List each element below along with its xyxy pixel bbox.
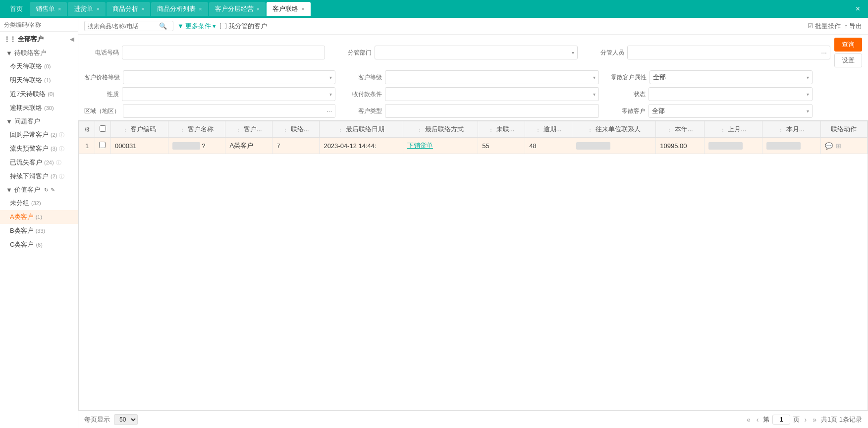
- edit-icon[interactable]: ✎: [51, 187, 55, 193]
- col-uncontact-label: 未联...: [496, 125, 515, 133]
- nav-tab-customer-segment[interactable]: 客户分层经营 ×: [209, 2, 266, 16]
- sidebar-item-a-class[interactable]: A类客户 (1): [0, 210, 78, 224]
- my-customers-checkbox[interactable]: [220, 23, 226, 29]
- main-search-icon[interactable]: 🔍: [159, 22, 167, 30]
- export-icon: ↑: [845, 22, 848, 30]
- repurchase-label: 回购异常客户: [10, 130, 49, 139]
- dept-arrow: ▾: [572, 50, 574, 55]
- col-this-month[interactable]: ⋮ 本月...: [762, 121, 820, 138]
- col-this-year[interactable]: ⋮ 本年...: [656, 121, 704, 138]
- my-customers-checkbox-area: 我分管的客户: [220, 22, 267, 31]
- close-purchase-tab[interactable]: ×: [96, 6, 99, 12]
- data-table: ⚙ ⋮ 客户编码 ⋮ 客户名称: [79, 121, 868, 154]
- close-product-list-tab[interactable]: ×: [199, 6, 202, 12]
- col-last-method[interactable]: ⋮ 最后联络方式: [403, 121, 478, 138]
- col-contact2[interactable]: ⋮ 往来单位联系人: [572, 121, 656, 138]
- retail-attr-arrow: ▾: [807, 75, 809, 80]
- collapse-sidebar-button[interactable]: ◀: [70, 36, 74, 43]
- first-page-button[interactable]: «: [745, 416, 752, 424]
- sidebar-item-today[interactable]: 今天待联络 (0): [0, 59, 78, 73]
- region-select[interactable]: ···: [123, 104, 335, 118]
- query-button[interactable]: 查询: [834, 38, 862, 52]
- col-name[interactable]: ⋮ 客户名称: [168, 121, 225, 138]
- sidebar-item-overdue[interactable]: 逾期未联络 (30): [0, 101, 78, 115]
- close-customer-contact-tab[interactable]: ×: [301, 6, 304, 12]
- sidebar-group-value[interactable]: ▼ 价值客户 ↻ ✎: [0, 183, 78, 196]
- page-label: 第: [763, 415, 769, 424]
- unclassified-label: 未分组: [10, 199, 29, 208]
- prev-page-button[interactable]: ‹: [755, 416, 760, 424]
- payment-select[interactable]: ▾: [385, 87, 598, 101]
- nav-tab-product-analysis[interactable]: 商品分析 ×: [107, 2, 150, 16]
- nav-tab-sales[interactable]: 销售单 ×: [30, 2, 67, 16]
- col-last-date[interactable]: ⋮ 最后联络日期: [320, 121, 403, 138]
- nav-tab-purchase[interactable]: 进货单 ×: [68, 2, 105, 16]
- all-customers-header[interactable]: ⋮⋮ 全部客户 ◀: [0, 32, 78, 47]
- chat-icon[interactable]: 💬: [825, 142, 833, 150]
- filter-region: 区域（地区） ···: [84, 104, 335, 118]
- action-buttons: 查询 设置: [834, 38, 862, 67]
- nav-tab-product-list[interactable]: 商品分析列表 ×: [151, 2, 208, 16]
- last-method-value[interactable]: 下销货单: [407, 142, 433, 149]
- sidebar-item-b-class[interactable]: B类客户 (33): [0, 224, 78, 238]
- qr-icon[interactable]: ⊞: [836, 142, 841, 150]
- close-customer-segment-tab[interactable]: ×: [257, 6, 260, 12]
- sidebar-item-unclassified[interactable]: 未分组 (32): [0, 196, 78, 210]
- row-checkbox[interactable]: [99, 142, 106, 148]
- sidebar-group-pending[interactable]: ▼ 待联络客户: [0, 47, 78, 59]
- nav-tab-customer-contact[interactable]: 客户联络 ×: [267, 2, 310, 16]
- col-sort-icon-9: ⋮: [588, 127, 593, 132]
- main-search-input[interactable]: [88, 23, 157, 30]
- phone-input[interactable]: [122, 46, 325, 59]
- col-checkbox[interactable]: [95, 121, 111, 138]
- col-code[interactable]: ⋮ 客户编码: [111, 121, 168, 138]
- refresh-icon[interactable]: ↻: [44, 187, 49, 193]
- close-all-button[interactable]: ×: [852, 2, 864, 15]
- price-level-select[interactable]: ▾: [123, 70, 335, 84]
- col-uncontact[interactable]: ⋮ 未联...: [478, 121, 525, 138]
- batch-operation-button[interactable]: ☑ 批量操作: [808, 22, 841, 31]
- sidebar-search-input[interactable]: [4, 21, 78, 28]
- tab-label-customer-segment: 客户分层经营: [215, 4, 254, 13]
- sidebar-item-c-class[interactable]: C类客户 (6): [0, 238, 78, 252]
- status-select[interactable]: ▾: [649, 87, 813, 101]
- page-size-select[interactable]: 50: [114, 414, 138, 425]
- retail-select[interactable]: 全部 ▾: [649, 104, 813, 118]
- settings-button[interactable]: 设置: [834, 54, 862, 67]
- nature-select[interactable]: ▾: [122, 87, 335, 101]
- dept-select[interactable]: ▾: [375, 46, 578, 59]
- close-product-analysis-tab[interactable]: ×: [141, 6, 144, 12]
- nav-tab-home[interactable]: 首页: [4, 2, 29, 16]
- customer-level-select[interactable]: ▾: [385, 70, 598, 84]
- retail-attr-select[interactable]: 全部 ▾: [650, 70, 813, 84]
- settings-icon[interactable]: ⚙: [84, 126, 90, 133]
- select-all-checkbox[interactable]: [100, 125, 106, 132]
- col-last-method-label: 最后联络方式: [425, 125, 464, 133]
- close-sales-tab[interactable]: ×: [58, 6, 61, 12]
- churned-label: 已流失客户: [10, 158, 42, 167]
- sidebar-item-declining[interactable]: 持续下滑客户 (2) ⓘ: [0, 169, 78, 183]
- sidebar-group-problem[interactable]: ▼ 问题客户: [0, 115, 78, 128]
- more-conditions-button[interactable]: ▼ 更多条件 ▾: [177, 22, 216, 31]
- status-arrow: ▾: [807, 92, 809, 97]
- col-settings[interactable]: ⚙: [79, 121, 95, 138]
- customer-type-select[interactable]: [385, 104, 598, 118]
- col-contact2-label: 往来单位联系人: [596, 125, 641, 133]
- col-contact[interactable]: ⋮ 联络...: [272, 121, 320, 138]
- sidebar-item-churn-warning[interactable]: 流失预警客户 (3) ⓘ: [0, 142, 78, 156]
- sidebar-item-churned[interactable]: 已流失客户 (24) ⓘ: [0, 156, 78, 169]
- page-number-input[interactable]: [772, 415, 790, 425]
- b-class-count: (33): [36, 228, 46, 234]
- col-type[interactable]: ⋮ 客户...: [225, 121, 272, 138]
- col-overdue[interactable]: ⋮ 逾期...: [525, 121, 572, 138]
- manager-select[interactable]: ···: [627, 46, 830, 59]
- sidebar-item-repurchase[interactable]: 回购异常客户 (2) ⓘ: [0, 128, 78, 142]
- col-last-month[interactable]: ⋮ 上月...: [704, 121, 762, 138]
- today-label: 今天待联络: [10, 62, 42, 71]
- export-button[interactable]: ↑ 导出: [845, 22, 863, 31]
- last-page-button[interactable]: »: [811, 416, 818, 424]
- sidebar-item-tomorrow[interactable]: 明天待联络 (1): [0, 73, 78, 87]
- next-page-button[interactable]: ›: [803, 416, 808, 424]
- arrow-down-icon-2: ▼: [6, 118, 12, 125]
- sidebar-item-7days[interactable]: 近7天待联络 (0): [0, 87, 78, 101]
